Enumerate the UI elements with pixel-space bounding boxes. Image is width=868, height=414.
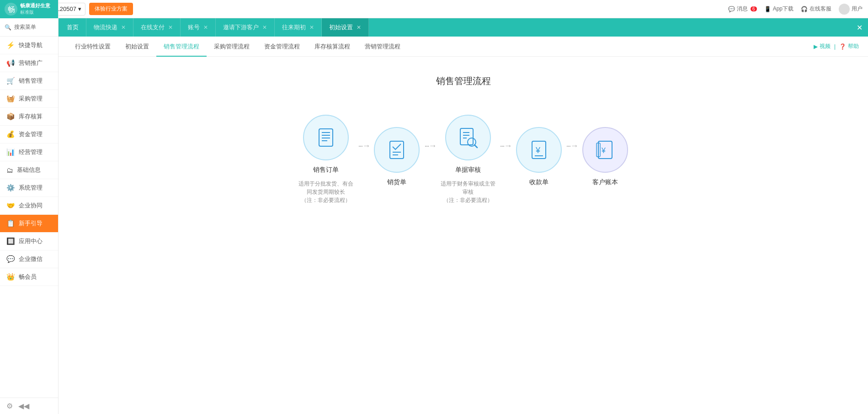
nav-tab-account[interactable]: 账号 ✕ (181, 18, 216, 37)
settings-icon[interactable]: ⚙ (6, 402, 13, 410)
nav-tabs-bar: 首页 物流快递 ✕ 在线支付 ✕ 账号 ✕ 邀请下游客户 ✕ 往来期初 ✕ 初始… (0, 18, 868, 37)
sidebar-item-guide[interactable]: 📋 新手引导 (0, 215, 58, 233)
nav-tab-invite[interactable]: 邀请下游客户 ✕ (216, 18, 275, 37)
online-service-item[interactable]: 🎧 在线客服 (801, 5, 831, 13)
flow-title: 销售管理流程 (86, 75, 841, 87)
svg-line-12 (474, 145, 477, 148)
sidebar-item-appcenter[interactable]: 🔲 应用中心 (0, 233, 58, 250)
headphone-icon: 🎧 (801, 6, 808, 12)
vip-icon: 👑 (6, 273, 15, 281)
step-name-receipt: 收款单 (529, 178, 548, 186)
flow-step-ledger[interactable]: ¥ 客户账本 (582, 127, 628, 192)
sub-tab-finance-flow[interactable]: 资金管理流程 (257, 37, 307, 57)
flow-step-sales-order[interactable]: 销售订单 适用于分批发货、有合同发货周期较长（注：非必要流程） (298, 115, 353, 204)
sidebar-item-label: 基础信息 (17, 166, 41, 174)
step-circle-sales-order (303, 115, 349, 160)
close-icon[interactable]: ✕ (309, 24, 314, 31)
chevron-down-icon: ▾ (78, 5, 81, 12)
sub-tab-label: 营销管理流程 (365, 42, 400, 51)
sub-tab-label: 库存核算流程 (314, 42, 350, 51)
play-icon: ▶ (814, 43, 818, 50)
trial-btn[interactable]: 体验行业方案 (89, 3, 133, 15)
svg-text:¥: ¥ (535, 146, 541, 155)
sidebar-item-basic[interactable]: 🗂 基础信息 (0, 161, 58, 179)
sidebar-item-label: 新手引导 (19, 219, 43, 228)
flow-step-receipt[interactable]: ¥ 收款单 (516, 127, 562, 192)
sidebar-item-system[interactable]: ⚙️ 系统管理 (0, 179, 58, 197)
message-label: 消息 (737, 5, 748, 13)
sub-tab-marketing-flow[interactable]: 营销管理流程 (357, 37, 408, 57)
sidebar-menu: ⚡ 快捷导航 📢 营销推广 🛒 销售管理 🧺 采购管理 📦 库存核算 💰 资金管… (0, 37, 58, 398)
nav-bar-close-icon[interactable]: ✕ (857, 23, 863, 32)
sidebar-item-collab[interactable]: 🤝 企业协同 (0, 197, 58, 215)
sidebar-item-label: 经营管理 (19, 148, 43, 156)
nav-tab-home[interactable]: 首页 (59, 18, 86, 37)
nav-tab-label: 邀请下游客户 (223, 23, 259, 32)
sidebar-item-marketing[interactable]: 📢 营销推广 (0, 54, 58, 72)
sidebar-item-wechat[interactable]: 💬 企业微信 (0, 250, 58, 268)
main-content: 行业特性设置 初始设置 销售管理流程 采购管理流程 资金管理流程 库存核算流程 … (59, 37, 868, 414)
close-icon[interactable]: ✕ (203, 24, 208, 31)
app-download-label: App下载 (773, 5, 793, 13)
appcenter-icon: 🔲 (6, 237, 15, 245)
sidebar-item-sales[interactable]: 🛒 销售管理 (0, 72, 58, 90)
svg-rect-10 (460, 128, 473, 145)
purchase-icon: 🧺 (6, 95, 15, 103)
app-edition: 标准版 (20, 9, 50, 16)
sub-tab-label: 采购管理流程 (214, 42, 250, 51)
flow-step-review[interactable]: 单据审核 适用于财务审核或主管审核（注：非必要流程） (441, 115, 495, 204)
close-icon[interactable]: ✕ (121, 24, 126, 31)
help-link[interactable]: ❓ 帮助 (839, 42, 859, 50)
review-icon (457, 126, 479, 149)
close-icon[interactable]: ✕ (262, 24, 267, 31)
ledger-icon: ¥ (594, 138, 617, 161)
collab-icon: 🤝 (6, 202, 15, 210)
step-name-review: 单据审核 (455, 166, 481, 174)
nav-tab-period[interactable]: 往来期初 ✕ (275, 18, 322, 37)
video-help[interactable]: ▶ 视频 (814, 42, 831, 50)
guide-icon: 📋 (6, 219, 15, 228)
step-circle-review (445, 115, 491, 160)
ops-icon: 📊 (6, 148, 15, 156)
nav-tab-payment[interactable]: 在线支付 ✕ (133, 18, 181, 37)
top-bar-right: 💬 消息 6 📱 App下载 🎧 在线客服 用户 (728, 4, 863, 15)
avatar (839, 4, 850, 15)
nav-tab-logistics[interactable]: 物流快递 ✕ (86, 18, 133, 37)
sub-tab-inventory-flow[interactable]: 库存核算流程 (307, 37, 357, 57)
sidebar-search[interactable]: 🔍 搜索菜单 (0, 18, 58, 37)
sidebar-item-finance[interactable]: 💰 资金管理 (0, 126, 58, 143)
close-icon[interactable]: ✕ (168, 24, 173, 31)
sub-tab-purchase-flow[interactable]: 采购管理流程 (207, 37, 257, 57)
message-item[interactable]: 💬 消息 6 (728, 5, 757, 13)
sidebar-bottom: ⚙ ◀◀ (0, 398, 58, 414)
nav-tab-init[interactable]: 初始设置 ✕ (322, 18, 369, 37)
flow-arrow-3: ···→ (500, 141, 511, 151)
user-avatar-item[interactable]: 用户 (839, 4, 863, 15)
help-label: 帮助 (848, 42, 859, 50)
sub-tab-init[interactable]: 初始设置 (118, 37, 156, 57)
app-download-item[interactable]: 📱 App下载 (764, 5, 793, 13)
close-icon[interactable]: ✕ (357, 24, 361, 31)
sidebar-item-ops[interactable]: 📊 经营管理 (0, 143, 58, 161)
sidebar-item-label: 库存核算 (19, 112, 43, 121)
marketing-icon: 📢 (6, 59, 15, 67)
collapse-icon[interactable]: ◀◀ (18, 402, 29, 410)
flow-arrow-2: ···→ (424, 141, 436, 151)
phone-icon: 📱 (764, 6, 771, 12)
sidebar-item-label: 系统管理 (19, 184, 43, 192)
search-label: 搜索菜单 (14, 23, 36, 31)
question-icon: ❓ (839, 43, 846, 50)
sales-order-icon (314, 126, 337, 149)
step-circle-ledger: ¥ (582, 127, 628, 173)
sidebar-item-inventory[interactable]: 📦 库存核算 (0, 108, 58, 126)
sub-tab-industry[interactable]: 行业特性设置 (68, 37, 118, 57)
sidebar-item-vip[interactable]: 👑 畅会员 (0, 268, 58, 286)
nav-tab-label: 账号 (188, 23, 200, 32)
username-label: 用户 (852, 5, 863, 13)
step-name-sales-order: 销售订单 (313, 166, 339, 174)
sub-tab-sales-flow[interactable]: 销售管理流程 (156, 37, 207, 57)
flow-step-delivery[interactable]: 销货单 (374, 127, 420, 192)
sidebar-item-purchase[interactable]: 🧺 采购管理 (0, 90, 58, 108)
sidebar-item-quick-nav[interactable]: ⚡ 快捷导航 (0, 37, 58, 54)
finance-icon: 💰 (6, 130, 15, 138)
